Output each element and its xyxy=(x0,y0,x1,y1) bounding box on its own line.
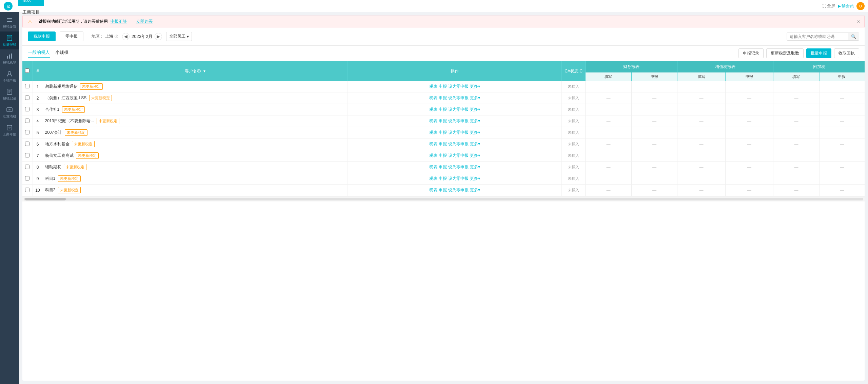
sidebar-item-baoshuishezhi[interactable]: 报税设置 xyxy=(0,14,19,31)
declare-link-7[interactable]: 申报 xyxy=(439,153,447,158)
record-icon xyxy=(6,88,13,95)
declare-record-button[interactable]: 申报记录 xyxy=(738,48,764,58)
declare-link-9[interactable]: 申报 xyxy=(439,176,447,182)
tax-table-link-8[interactable]: 税表 xyxy=(429,164,437,170)
select-all-checkbox[interactable] xyxy=(25,68,29,73)
zero-link-9[interactable]: 设为零申报 xyxy=(448,176,469,182)
tax-table-link-9[interactable]: 税表 xyxy=(429,176,437,182)
ops-9: 税表 申报 设为零申报 更多▾ xyxy=(350,176,560,182)
row-checkbox-10[interactable] xyxy=(25,188,29,192)
fullscreen-button[interactable]: ⛶ 全屏 xyxy=(822,3,835,9)
row-checkbox-6[interactable] xyxy=(25,142,29,146)
banner-close-button[interactable]: ✕ xyxy=(857,19,860,24)
declare-link-5[interactable]: 申报 xyxy=(439,130,447,135)
more-link-9[interactable]: 更多▾ xyxy=(470,176,480,182)
zero-link-2[interactable]: 设为零申报 xyxy=(448,95,469,101)
sidebar-item-gongshangnianbao[interactable]: 工商年报 xyxy=(0,121,19,139)
zero-link-8[interactable]: 设为零申报 xyxy=(448,164,469,170)
next-date-button[interactable]: ▶ xyxy=(155,33,162,40)
row-checkbox-1[interactable] xyxy=(25,84,29,88)
zero-link-1[interactable]: 设为零申报 xyxy=(448,84,469,89)
banner-link1[interactable]: 申报汇签 xyxy=(111,19,127,24)
declare-link-10[interactable]: 申报 xyxy=(439,187,447,193)
tax-table-link-10[interactable]: 税表 xyxy=(429,187,437,193)
ca-status-4: 未插入 xyxy=(562,115,586,127)
th-client-name: 客户名称 ▾ xyxy=(43,61,348,81)
ops-1: 税表 申报 设为零申报 更多▾ xyxy=(350,84,560,89)
update-data-button[interactable]: 更新税定及取数 xyxy=(766,48,804,58)
tax-table-link-2[interactable]: 税表 xyxy=(429,95,437,101)
client-name-3: 合作社1 xyxy=(45,107,60,112)
th-tax-report: 增值税报表 xyxy=(677,61,773,72)
sidebar-item-huisuanqingshui[interactable]: 汇算清税 xyxy=(0,103,19,121)
zero-link-10[interactable]: 设为零申报 xyxy=(448,187,469,193)
top-nav: 记 首页 客户 收费 票据 记账 报税 工商项目 消息 管理 经营 服务 设置 … xyxy=(0,0,868,12)
more-link-8[interactable]: 更多▾ xyxy=(470,164,480,170)
declare-link-3[interactable]: 申报 xyxy=(439,107,447,112)
zero-link-7[interactable]: 设为零申报 xyxy=(448,153,469,158)
row-checkbox-4[interactable] xyxy=(25,119,29,123)
more-link-7[interactable]: 更多▾ xyxy=(470,153,480,158)
more-link-1[interactable]: 更多▾ xyxy=(470,84,480,89)
more-link-2[interactable]: 更多▾ xyxy=(470,95,480,101)
status-badge-5: 未更新税定 xyxy=(65,129,87,136)
svg-rect-10 xyxy=(9,55,10,59)
tax-table-link-4[interactable]: 税表 xyxy=(429,118,437,124)
sidebar-item-piliangbaoshu[interactable]: 批量报税 xyxy=(0,31,19,49)
nav-tax[interactable]: 报税 xyxy=(18,0,44,6)
avatar[interactable]: U xyxy=(856,2,865,10)
settlement-icon xyxy=(6,106,13,113)
declare-link-4[interactable]: 申报 xyxy=(439,118,447,124)
sidebar-item-baoshuijilu[interactable]: 报税记录 xyxy=(0,85,19,103)
member-button[interactable]: ▶ 畅会员 xyxy=(838,3,854,9)
zero-link-5[interactable]: 设为零申报 xyxy=(448,130,469,135)
sidebar-item-baoshuizonglan[interactable]: 报税总览 xyxy=(0,49,19,67)
more-link-4[interactable]: 更多▾ xyxy=(470,118,480,124)
horizontal-scrollbar[interactable] xyxy=(22,196,865,201)
search-button[interactable]: 🔍 xyxy=(848,33,859,40)
zero-link-4[interactable]: 设为零申报 xyxy=(448,118,469,124)
tax-table-link-7[interactable]: 税表 xyxy=(429,153,437,158)
row-checkbox-3[interactable] xyxy=(25,107,29,111)
collect-receipt-button[interactable]: 收取回执 xyxy=(834,48,859,58)
sub-tab-general[interactable]: 一般的税人 xyxy=(28,49,50,58)
more-link-5[interactable]: 更多▾ xyxy=(470,130,480,135)
tax-table-link-5[interactable]: 税表 xyxy=(429,130,437,135)
ops-10: 税表 申报 设为零申报 更多▾ xyxy=(350,187,560,193)
info-icon[interactable]: ⓘ xyxy=(115,34,118,39)
tax-table-link-3[interactable]: 税表 xyxy=(429,107,437,112)
th-add-tax: 附加税 xyxy=(773,61,865,72)
declare-link-1[interactable]: 申报 xyxy=(439,84,447,89)
declare-link-2[interactable]: 申报 xyxy=(439,95,447,101)
th-checkbox xyxy=(22,61,33,81)
row-checkbox-9[interactable] xyxy=(25,176,29,180)
tax-table-link-1[interactable]: 税表 xyxy=(429,84,437,89)
zero-link-3[interactable]: 设为零申报 xyxy=(448,107,469,112)
row-checkbox-2[interactable] xyxy=(25,95,29,100)
row-checkbox-8[interactable] xyxy=(25,165,29,169)
client-name-1: 勿删新税网络通信 xyxy=(45,84,78,89)
scroll-thumb[interactable] xyxy=(25,198,66,200)
sidebar-item-geshebaoshu[interactable]: 个税申报 xyxy=(0,67,19,85)
status-badge-10: 未更新税定 xyxy=(58,187,81,193)
more-link-3[interactable]: 更多▾ xyxy=(470,107,480,112)
svg-rect-7 xyxy=(8,38,11,38)
tab-zero-declaration[interactable]: 零申报 xyxy=(60,31,83,41)
zero-link-6[interactable]: 设为零申报 xyxy=(448,141,469,147)
more-link-10[interactable]: 更多▾ xyxy=(470,187,480,193)
declare-link-8[interactable]: 申报 xyxy=(439,164,447,170)
more-link-6[interactable]: 更多▾ xyxy=(470,141,480,147)
row-checkbox-5[interactable] xyxy=(25,130,29,134)
dept-select[interactable]: 全部员工 ▾ xyxy=(166,32,192,41)
batch-declare-button[interactable]: 批量申报 xyxy=(806,48,831,58)
prev-date-button[interactable]: ◀ xyxy=(122,33,130,40)
declare-link-6[interactable]: 申报 xyxy=(439,141,447,147)
sub-tab-small[interactable]: 小规模 xyxy=(55,49,68,58)
tab-tax-declaration[interactable]: 税款申报 xyxy=(28,31,56,41)
row-checkbox-7[interactable] xyxy=(25,153,29,157)
search-input[interactable] xyxy=(787,33,848,40)
sort-icon[interactable]: ▾ xyxy=(203,69,205,73)
banner-link2[interactable]: 立即购买 xyxy=(136,19,153,24)
sidebar: 报税设置 批量报税 报税总览 个税申报 报税记录 xyxy=(0,12,19,384)
tax-table-link-6[interactable]: 税表 xyxy=(429,141,437,147)
